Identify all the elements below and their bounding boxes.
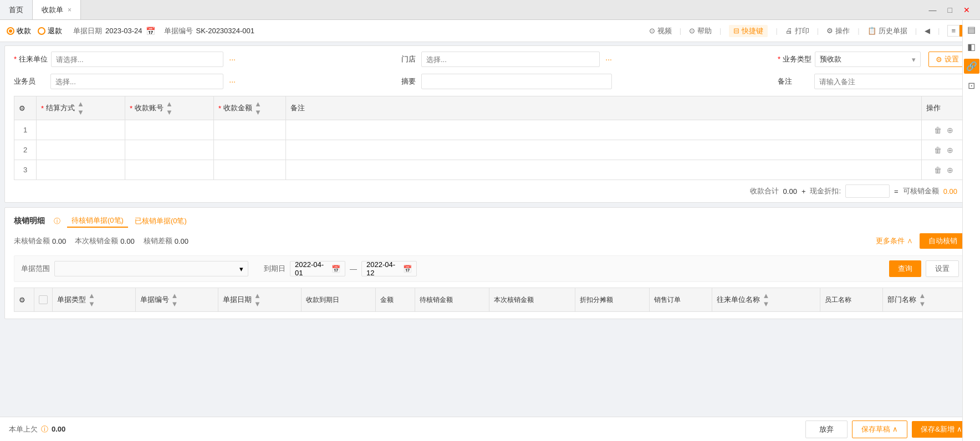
- counterpart-input[interactable]: [51, 52, 224, 67]
- filter-settings-button[interactable]: 设置: [926, 260, 959, 277]
- date-to-input[interactable]: 2022-04-12 📅: [361, 261, 417, 276]
- staff-input[interactable]: [50, 74, 223, 89]
- maximize-button[interactable]: □: [945, 4, 956, 16]
- minimize-button[interactable]: —: [926, 4, 940, 16]
- counterpart-header: 往来单位名称 ▲▼: [712, 288, 820, 312]
- business-type-value: 预收款: [820, 54, 841, 64]
- done-tab[interactable]: 已核销单据(0笔): [130, 215, 191, 227]
- row-amount-3[interactable]: [214, 160, 286, 180]
- this-clear-label: 本次核销金额: [75, 236, 118, 246]
- date-header: 单据日期 ▲▼: [218, 288, 302, 312]
- sales-order-header: 销售订单: [650, 288, 712, 312]
- this-order-label: 本单上欠: [9, 424, 38, 434]
- video-icon: ⊙: [649, 27, 655, 35]
- copy-icon[interactable]: ⊕: [947, 126, 953, 135]
- remark-input[interactable]: [814, 74, 966, 89]
- row-remark-2[interactable]: [286, 140, 922, 160]
- row-settlement-1[interactable]: [37, 120, 125, 140]
- settlement-header: * 结算方式 ▲▼: [37, 96, 125, 120]
- query-button[interactable]: 查询: [889, 260, 921, 277]
- pending-tab[interactable]: 待核销单据(0笔): [67, 214, 128, 228]
- delete-icon[interactable]: 🗑: [934, 126, 942, 135]
- delete-icon[interactable]: 🗑: [934, 166, 942, 175]
- date-from-input[interactable]: 2022-04-01 📅: [290, 261, 345, 276]
- tab-home[interactable]: 首页: [0, 0, 33, 19]
- row-account-2[interactable]: [125, 140, 214, 160]
- draft-button[interactable]: 保存草稿 ∧: [852, 421, 907, 438]
- tab-close-icon[interactable]: ×: [68, 6, 72, 14]
- total-value: 0.00: [783, 187, 797, 196]
- abandon-button[interactable]: 放弃: [805, 421, 848, 438]
- row-remark-1[interactable]: [286, 120, 922, 140]
- staff-header: 员工名称: [820, 288, 883, 312]
- store-more-icon[interactable]: ···: [605, 55, 612, 64]
- date-from-value: 2022-04-01: [295, 260, 329, 277]
- auto-write-button[interactable]: 自动核销: [920, 233, 966, 249]
- range-select[interactable]: ▾: [54, 261, 248, 276]
- help-button[interactable]: ⊙ 帮助: [689, 26, 712, 36]
- copy-icon[interactable]: ⊕: [947, 146, 953, 155]
- row-amount-1[interactable]: [214, 120, 286, 140]
- counterpart-more-icon[interactable]: ···: [229, 55, 236, 64]
- gear-col-header[interactable]: ⚙: [14, 288, 34, 312]
- right-sidebar: ▤ ◧ 🔗 ⊡: [962, 20, 980, 441]
- help-icon: ⊙: [689, 27, 695, 35]
- row-settlement-3[interactable]: [37, 160, 125, 180]
- row-account-3[interactable]: [125, 160, 214, 180]
- reconcile-table: ⚙ 单据类型 ▲▼ 单据编号 ▲▼: [14, 288, 966, 312]
- bottom-actions: 放弃 保存草稿 ∧ 保存&新增 ∧: [805, 421, 971, 438]
- sidebar-icon-4[interactable]: ⊡: [968, 80, 975, 91]
- help-label: 帮助: [697, 26, 712, 36]
- close-button[interactable]: ✕: [960, 4, 973, 16]
- info-icon[interactable]: ⓘ: [54, 217, 60, 226]
- video-button[interactable]: ⊙ 视频: [649, 26, 672, 36]
- radio-receive-label: 收款: [17, 26, 31, 36]
- sidebar-icon-2[interactable]: ◧: [967, 42, 976, 52]
- store-input[interactable]: [421, 52, 600, 67]
- discount-label: 现金折扣:: [810, 186, 841, 196]
- select-all-checkbox[interactable]: [39, 295, 48, 304]
- radio-refund-dot: [38, 27, 45, 35]
- sidebar-icon-1[interactable]: ▤: [967, 24, 976, 35]
- uncleared-value: 0.00: [52, 237, 66, 245]
- calendar-from-icon[interactable]: 📅: [331, 265, 340, 273]
- video-label: 视频: [657, 26, 672, 36]
- settings-button[interactable]: ⚙ 设置: [928, 52, 966, 67]
- tab-active[interactable]: 收款单 ×: [33, 0, 81, 19]
- row-remark-3[interactable]: [286, 160, 922, 180]
- more-conditions-button[interactable]: 更多条件 ∧: [876, 236, 913, 246]
- row-num-3: 3: [14, 160, 37, 180]
- gear-icon: ⚙: [19, 104, 25, 112]
- staff-field: 业务员 ···: [14, 74, 236, 89]
- delete-icon[interactable]: 🗑: [934, 146, 942, 155]
- row-action-2: 🗑 ⊕: [922, 140, 966, 160]
- copy-icon[interactable]: ⊕: [947, 166, 953, 175]
- total-label: 收款合计: [750, 186, 779, 196]
- tab-bar: 首页 收款单 × — □ ✕: [0, 0, 980, 20]
- info-icon[interactable]: ⓘ: [41, 424, 48, 434]
- operation-label: 操作: [835, 26, 850, 36]
- calendar-to-icon[interactable]: 📅: [403, 265, 412, 273]
- table-row: 2 🗑 ⊕: [14, 140, 966, 160]
- row-amount-2[interactable]: [214, 140, 286, 160]
- discount-input[interactable]: [845, 184, 890, 198]
- list-view-button[interactable]: ≡: [947, 25, 959, 37]
- row-account-1[interactable]: [125, 120, 214, 140]
- staff-more-icon[interactable]: ···: [229, 77, 236, 86]
- radio-receive[interactable]: 收款: [7, 26, 31, 36]
- radio-receive-dot: [7, 27, 14, 35]
- print-button[interactable]: 🖨 打印: [785, 26, 809, 36]
- gear-header[interactable]: ⚙: [14, 96, 37, 120]
- operation-button[interactable]: ⚙ 操作: [826, 26, 850, 36]
- sidebar-icon-3[interactable]: 🔗: [964, 59, 979, 74]
- history-button[interactable]: 📋 历史单据: [867, 26, 907, 36]
- calendar-icon[interactable]: 📅: [146, 27, 155, 35]
- shortcut-button[interactable]: ⊟ 快捷键: [729, 25, 768, 37]
- nav-left-button[interactable]: ◀: [925, 27, 930, 35]
- radio-refund[interactable]: 退款: [38, 26, 62, 36]
- summary-input[interactable]: [421, 74, 612, 89]
- business-type-select[interactable]: 预收款 ▾: [815, 52, 921, 67]
- staff-label: 业务员: [14, 76, 47, 86]
- section-header: 核销明细 ⓘ 待核销单据(0笔) 已核销单据(0笔): [14, 214, 966, 228]
- row-settlement-2[interactable]: [37, 140, 125, 160]
